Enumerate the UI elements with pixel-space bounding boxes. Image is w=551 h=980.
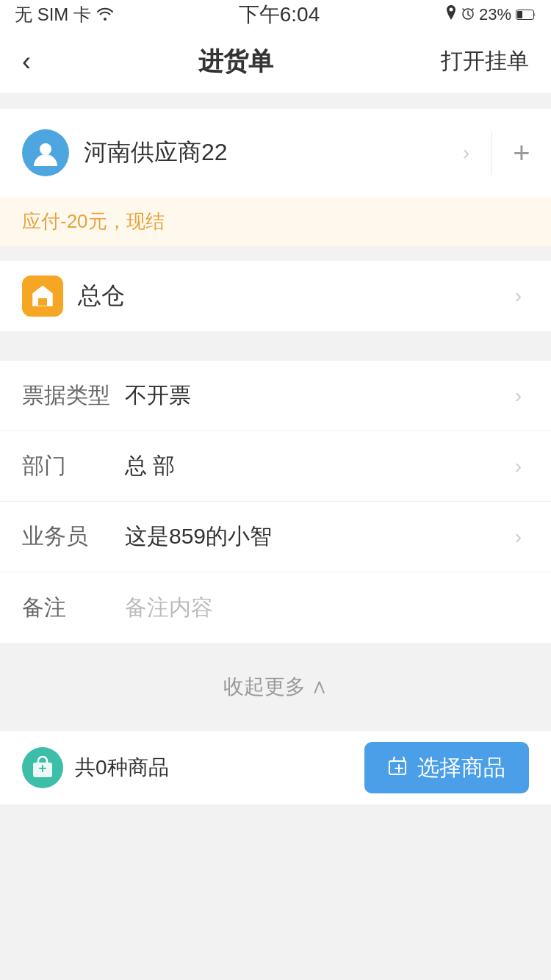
svg-point-3 bbox=[40, 143, 51, 155]
section-gap-3 bbox=[0, 331, 551, 346]
goods-count-wrap: 共0种商品 bbox=[22, 747, 169, 788]
form-section: 票据类型 不开票 › 部门 总 部 › 业务员 这是859的小智 › 备注 备注… bbox=[0, 361, 551, 643]
supplier-section: 河南供应商22 › + bbox=[0, 109, 551, 197]
collapse-button[interactable]: 收起更多 ∧ bbox=[0, 657, 551, 716]
staff-label: 业务员 bbox=[22, 522, 110, 552]
alarm-icon bbox=[461, 5, 475, 24]
remark-input[interactable]: 备注内容 bbox=[125, 593, 529, 623]
department-chevron-icon: › bbox=[515, 455, 522, 478]
warning-text: 应付-20元，现结 bbox=[22, 210, 165, 232]
warehouse-name: 总仓 bbox=[78, 280, 515, 312]
remark-label: 备注 bbox=[22, 593, 110, 623]
nav-bar: ‹ 进货单 打开挂单 bbox=[0, 29, 551, 94]
battery-text: 23% bbox=[479, 5, 511, 24]
add-supplier-button[interactable]: + bbox=[492, 137, 551, 170]
open-pending-button[interactable]: 打开挂单 bbox=[441, 46, 529, 76]
staff-value: 这是859的小智 bbox=[125, 522, 515, 552]
back-button[interactable]: ‹ bbox=[22, 46, 31, 77]
status-bar: 无 SIM 卡 下午6:04 23% bbox=[0, 0, 551, 29]
collapse-label: 收起更多 ∧ bbox=[223, 673, 328, 701]
select-goods-button[interactable]: 选择商品 bbox=[364, 742, 529, 793]
staff-chevron-icon: › bbox=[515, 525, 522, 549]
select-goods-label: 选择商品 bbox=[417, 753, 505, 783]
status-left: 无 SIM 卡 bbox=[15, 3, 113, 26]
svg-rect-4 bbox=[38, 298, 47, 306]
invoice-label: 票据类型 bbox=[22, 381, 110, 411]
invoice-value: 不开票 bbox=[125, 381, 515, 411]
goods-count-text: 共0种商品 bbox=[75, 754, 169, 782]
section-gap-2 bbox=[0, 246, 551, 261]
goods-icon bbox=[22, 747, 63, 788]
svg-rect-2 bbox=[517, 11, 522, 18]
supplier-avatar bbox=[22, 129, 69, 176]
warning-banner: 应付-20元，现结 bbox=[0, 197, 551, 246]
staff-row[interactable]: 业务员 这是859的小智 › bbox=[0, 502, 551, 572]
wifi-icon bbox=[97, 4, 113, 25]
invoice-chevron-icon: › bbox=[515, 384, 522, 408]
warehouse-icon bbox=[22, 275, 63, 317]
department-value: 总 部 bbox=[125, 451, 515, 481]
warehouse-row[interactable]: 总仓 › bbox=[0, 261, 551, 331]
supplier-chevron-icon: › bbox=[463, 141, 469, 165]
department-label: 部门 bbox=[22, 451, 110, 481]
department-row[interactable]: 部门 总 部 › bbox=[0, 431, 551, 502]
supplier-name: 河南供应商22 bbox=[84, 137, 463, 169]
status-time: 下午6:04 bbox=[239, 1, 320, 29]
invoice-row[interactable]: 票据类型 不开票 › bbox=[0, 361, 551, 431]
supplier-row[interactable]: 河南供应商22 › bbox=[0, 109, 491, 197]
location-icon bbox=[445, 5, 457, 24]
page-title: 进货单 bbox=[198, 45, 273, 79]
section-gap-1 bbox=[0, 94, 551, 109]
bottom-bar: 共0种商品 选择商品 bbox=[0, 731, 551, 804]
battery-icon bbox=[516, 5, 536, 24]
carrier-text: 无 SIM 卡 bbox=[15, 3, 91, 26]
status-right: 23% bbox=[445, 5, 536, 24]
remark-row[interactable]: 备注 备注内容 bbox=[0, 572, 551, 643]
warehouse-chevron-icon: › bbox=[515, 284, 522, 308]
page-background bbox=[0, 804, 551, 980]
